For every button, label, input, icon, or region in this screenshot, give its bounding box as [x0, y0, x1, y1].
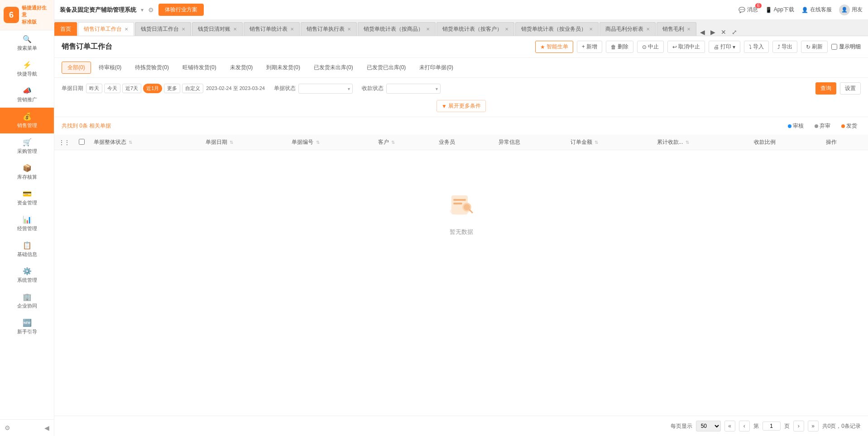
sidebar-item-quick-nav[interactable]: ⚡快捷导航: [0, 56, 54, 82]
sidebar-item-search[interactable]: 🔍搜索菜单: [0, 30, 54, 56]
subtab-pending-inspect[interactable]: 待拣货验货(0): [129, 62, 175, 74]
col-date[interactable]: 单据日期 ⇅: [201, 135, 288, 150]
close-all-tabs[interactable]: ✕: [718, 28, 729, 36]
query-button[interactable]: 查询: [815, 82, 836, 95]
sidebar-item-sales[interactable]: 💰销售管理: [0, 108, 54, 133]
tab-close-cash-daily[interactable]: ✕: [182, 27, 185, 32]
cancel-review-action-button[interactable]: 弃审: [811, 121, 834, 131]
date-btn-昨天[interactable]: 昨天: [86, 84, 102, 93]
user-menu-button[interactable]: 👤 用友: [839, 5, 863, 15]
date-btn-自定义[interactable]: 自定义: [182, 84, 203, 93]
tab-sales-stats-product[interactable]: 销货单统计表（按商品）✕: [358, 22, 436, 36]
tab-close-sales-exec[interactable]: ✕: [347, 27, 351, 32]
sidebar-item-finance[interactable]: 💳资金管理: [0, 185, 54, 211]
export-button[interactable]: ⤴ 导出: [772, 41, 797, 53]
tab-close-sales-stats-product[interactable]: ✕: [426, 27, 430, 32]
tab-sales-stats[interactable]: 销售订单统计表✕: [244, 22, 300, 36]
tab-sales-exec[interactable]: 销售订单执行表✕: [301, 22, 357, 36]
expand-icon: ▼: [441, 103, 447, 109]
tab-sales-profit[interactable]: 销售毛利✕: [657, 22, 696, 36]
subtab-shipped-out[interactable]: 已发货已出库(0): [361, 62, 412, 74]
subtab-not-shipped[interactable]: 未发货(0): [224, 62, 259, 74]
set-button[interactable]: 设置: [840, 82, 861, 95]
sidebar-item-system[interactable]: ⚙️系统管理: [0, 262, 54, 288]
sidebar-item-operations[interactable]: 📊经营管理: [0, 211, 54, 237]
col-status[interactable]: 单据整体状态 ⇅: [89, 135, 201, 150]
tab-cash-reconcile[interactable]: 钱货日清对账✕: [192, 22, 243, 36]
page-size-select[interactable]: 102050100: [696, 421, 721, 431]
date-filter: 单据日期 昨天今天近7天近1月更多自定义 2023-02-24 至 2023-0…: [62, 84, 265, 93]
subtab-shipped-not-out[interactable]: 已发货未出库(0): [308, 62, 359, 74]
settings-icon[interactable]: ⚙: [5, 424, 10, 431]
export-icon: ⤴: [777, 44, 780, 50]
col-collected[interactable]: 累计收款... ⇅: [652, 135, 749, 150]
tab-close-margin-analysis[interactable]: ✕: [646, 27, 650, 32]
col-amount[interactable]: 订单金额 ⇅: [566, 135, 652, 150]
col-number[interactable]: 单据编号 ⇅: [287, 135, 374, 150]
subtab-pending-review[interactable]: 待审核(0): [93, 62, 128, 74]
online-service-button[interactable]: 👤 在线客服: [801, 6, 832, 14]
import-button[interactable]: ⤵ 导入: [744, 41, 769, 53]
sidebar: 6 畅捷通好生意 标准版 🔍搜索菜单⚡快捷导航📣营销推广💰销售管理🛒采购管理📦库…: [0, 0, 54, 436]
next-page-button[interactable]: ›: [793, 421, 804, 431]
topbar-gear-icon[interactable]: ⚙: [148, 6, 154, 14]
tab-home[interactable]: 首页: [54, 22, 77, 36]
sidebar-item-basic-info[interactable]: 📋基础信息: [0, 237, 54, 262]
first-page-button[interactable]: «: [724, 421, 735, 431]
tab-sales-stats-staff[interactable]: 销货单统计表（按业务员）✕: [515, 22, 599, 36]
show-detail-checkbox[interactable]: 显示明细: [831, 43, 861, 51]
sidebar-item-marketing[interactable]: 📣营销推广: [0, 82, 54, 108]
page-label: 第: [753, 422, 759, 430]
last-page-button[interactable]: »: [808, 421, 819, 431]
delete-button[interactable]: 🗑 删除: [606, 41, 633, 53]
add-button[interactable]: + 新增: [577, 41, 602, 53]
tab-margin-analysis[interactable]: 商品毛利分析表✕: [599, 22, 656, 36]
subtab-all[interactable]: 全部(0): [62, 62, 91, 74]
date-btn-更多[interactable]: 更多: [164, 84, 180, 93]
cancel-stop-button[interactable]: ↩ 取消中止: [667, 41, 705, 53]
subtab-not-printed[interactable]: 未打印单据(0): [413, 62, 459, 74]
review-action-button[interactable]: 审核: [784, 121, 807, 131]
sidebar-item-enterprise[interactable]: 🏢企业协同: [0, 288, 54, 314]
page-input[interactable]: [762, 422, 781, 431]
tab-close-cash-reconcile[interactable]: ✕: [233, 27, 237, 32]
subtab-overdue-ship[interactable]: 到期未发货(0): [260, 62, 306, 74]
tab-scroll-right[interactable]: ▶: [708, 28, 718, 36]
topbar-dropdown-icon[interactable]: ▾: [141, 7, 144, 13]
collapse-icon[interactable]: ◀: [44, 424, 49, 431]
date-btn-今天[interactable]: 今天: [104, 84, 120, 93]
col-customer[interactable]: 客户 ⇅: [374, 135, 434, 150]
refresh-button[interactable]: ↻ 刷新: [801, 41, 828, 53]
stop-button[interactable]: ⊙ 中止: [637, 41, 664, 53]
smart-create-button[interactable]: ★ 智能生单: [535, 41, 573, 53]
tab-close-sales-order[interactable]: ✕: [125, 27, 128, 32]
collect-select[interactable]: [386, 84, 441, 94]
date-btn-近7天[interactable]: 近7天: [122, 84, 141, 93]
expand-tabs[interactable]: ⤢: [729, 28, 740, 36]
sidebar-item-guide[interactable]: 🆕新手引导: [0, 314, 54, 340]
tab-sales-order[interactable]: 销售订单工作台✕: [78, 22, 134, 36]
tab-close-sales-stats-customer[interactable]: ✕: [505, 27, 508, 32]
prev-page-button[interactable]: ‹: [739, 421, 750, 431]
print-button[interactable]: 🖨 打印 ▾: [709, 41, 740, 53]
status-select[interactable]: [298, 84, 353, 94]
tab-close-sales-stats-staff[interactable]: ✕: [589, 27, 593, 32]
tab-scroll-left[interactable]: ◀: [697, 28, 708, 36]
expand-filter-button[interactable]: ▼ 展开更多条件: [436, 100, 486, 112]
message-button[interactable]: 💬 消息 6: [739, 6, 758, 14]
select-all-checkbox[interactable]: [79, 139, 85, 145]
number-sort-icon: ⇅: [316, 140, 320, 145]
industry-solution-button[interactable]: 体验行业方案: [158, 4, 204, 16]
tab-sales-stats-customer[interactable]: 销货单统计表（按客户）✕: [436, 22, 514, 36]
ship-action-button[interactable]: 发货: [838, 121, 861, 131]
tab-close-sales-stats[interactable]: ✕: [290, 27, 294, 32]
sidebar-bottom: ⚙ ◀: [0, 419, 54, 436]
tab-cash-daily[interactable]: 钱货日清工作台✕: [135, 22, 191, 36]
sidebar-item-inventory[interactable]: 📦库存核算: [0, 159, 54, 185]
date-btn-近1月[interactable]: 近1月: [143, 84, 162, 93]
tab-close-sales-profit[interactable]: ✕: [687, 27, 691, 32]
subtab-wangpu-ship[interactable]: 旺铺待发货(0): [177, 62, 222, 74]
system-icon: ⚙️: [23, 267, 32, 275]
sidebar-item-purchase[interactable]: 🛒采购管理: [0, 133, 54, 159]
app-download-button[interactable]: 📱 App下载: [765, 6, 794, 14]
